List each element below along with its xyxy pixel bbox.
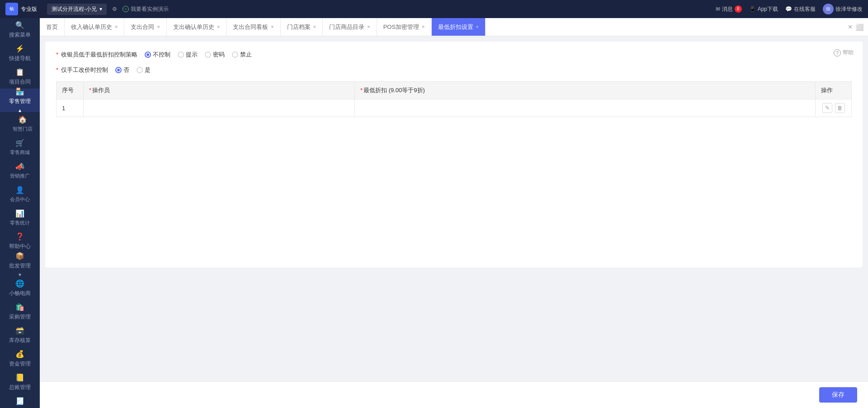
- close-icon[interactable]: ×: [422, 24, 425, 29]
- demo-link[interactable]: ○ 我要看实例演示: [123, 5, 169, 13]
- tab-home[interactable]: 首页: [40, 18, 65, 36]
- sidebar-item-marketing[interactable]: 📣 营销推广: [0, 159, 40, 183]
- close-icon[interactable]: ×: [217, 24, 220, 29]
- close-icon[interactable]: ×: [157, 24, 160, 29]
- tab-min-discount[interactable]: 最低折扣设置 ×: [432, 18, 486, 36]
- edit-icon-btn[interactable]: ✎: [822, 103, 832, 113]
- sidebar-item-label: 智慧门店: [13, 126, 33, 132]
- col-seq: 序号: [57, 82, 84, 99]
- maximize-icon[interactable]: ⬜: [856, 23, 863, 31]
- sidebar-item-retail-mall[interactable]: 🛒 零售商城: [0, 136, 40, 159]
- tab-payment-board[interactable]: 支出合同看板 ×: [226, 18, 280, 36]
- sidebar-item-label: 零售统计: [10, 220, 30, 226]
- sidebar-item-retail-mgmt[interactable]: 🏪 零售管理 ▴: [0, 89, 40, 112]
- stats-icon: 📊: [15, 209, 24, 218]
- sidebar-item-project-contract[interactable]: 📋 项目合同: [0, 65, 40, 89]
- discount-table: 序号 *操作员 *最低折扣 (9.00等于9折) 操作: [56, 81, 852, 117]
- delete-icon-btn[interactable]: 🗑: [835, 103, 845, 113]
- close-icon[interactable]: ×: [476, 24, 479, 29]
- sidebar-item-label: 零售管理: [9, 98, 31, 105]
- radio-no-control[interactable]: 不控制: [145, 51, 170, 59]
- radio-dot-no-control: [145, 52, 151, 58]
- tab-payment-contract[interactable]: 支出合同 ×: [124, 18, 166, 36]
- close-all-icon[interactable]: ×: [848, 23, 852, 31]
- sidebar-item-label: 项目合同: [9, 78, 31, 86]
- tab-payment-history[interactable]: 支出确认单历史 ×: [167, 18, 226, 36]
- sidebar-item-label: 总账管理: [9, 384, 31, 391]
- sidebar-item-label: 会员中心: [10, 196, 30, 203]
- user-profile-btn[interactable]: 徐 徐泽华修改: [823, 4, 863, 14]
- radio-forbid[interactable]: 禁止: [232, 51, 252, 59]
- tab-label: POS加密管理: [383, 23, 419, 31]
- wholesale-icon: 📦: [15, 252, 24, 260]
- close-icon[interactable]: ×: [367, 24, 370, 29]
- sidebar-item-invoice[interactable]: 🧾 发票管理: [0, 394, 40, 408]
- service-icon: 💬: [785, 6, 792, 12]
- sidebar-item-search[interactable]: 🔍 搜索菜单: [0, 18, 40, 42]
- radio-manual-no[interactable]: 否: [115, 66, 129, 74]
- gear-icon: ⚙: [112, 6, 117, 12]
- sidebar-item-wholesale[interactable]: 📦 批发管理 ▾: [0, 253, 40, 277]
- settings-icon-btn[interactable]: ⚙: [112, 6, 117, 12]
- tab-store-goods[interactable]: 门店商品目录 ×: [323, 18, 377, 36]
- min-discount-input[interactable]: [360, 105, 810, 112]
- member-icon: 👤: [15, 186, 24, 194]
- sidebar-item-purchase[interactable]: 🛍️ 采购管理: [0, 300, 40, 324]
- tab-store-archive[interactable]: 门店档案 ×: [281, 18, 323, 36]
- operator-input[interactable]: [89, 105, 349, 112]
- project-selector[interactable]: 测试分开流程-小兄 ▾: [47, 4, 107, 15]
- customer-service-btn[interactable]: 💬 在线客服: [785, 5, 816, 13]
- radio-remind[interactable]: 提示: [178, 51, 198, 59]
- radio-dot-remind: [178, 52, 184, 58]
- cell-operator[interactable]: [84, 99, 355, 117]
- top-bar-right: ✉ 消息 8 📱 App下载 💬 在线客服 徐 徐泽华修改: [716, 4, 863, 14]
- col-operator: *操作员: [84, 82, 355, 99]
- sidebar-item-label: 搜索菜单: [9, 31, 31, 39]
- purchase-icon: 🛍️: [15, 303, 24, 311]
- sidebar-item-finance[interactable]: 💰 资金管理: [0, 347, 40, 370]
- sidebar-item-help-center[interactable]: ❓ 帮助中心: [0, 230, 40, 253]
- tab-label: 支出合同: [131, 23, 154, 31]
- radio-manual-yes[interactable]: 是: [137, 66, 151, 74]
- close-icon[interactable]: ×: [115, 24, 118, 29]
- edit-icon: ✎: [825, 105, 830, 111]
- tab-label: 支出确认单历史: [173, 23, 214, 31]
- sidebar-item-member-center[interactable]: 👤 会员中心: [0, 183, 40, 206]
- help-link[interactable]: ? 帮助: [834, 49, 854, 56]
- finance-icon: 💰: [15, 350, 24, 358]
- logo-text: 专业版: [21, 5, 37, 13]
- demo-circle-icon: ○: [123, 6, 129, 12]
- tab-label: 支出合同看板: [233, 23, 268, 31]
- tab-pos-password[interactable]: POS加密管理 ×: [377, 18, 432, 36]
- save-button[interactable]: 保存: [819, 387, 857, 403]
- discount-control-label: * 收银员低于最低折扣控制策略: [56, 51, 137, 59]
- messages-badge: 8: [735, 5, 742, 13]
- delete-icon: 🗑: [837, 105, 843, 111]
- invoice-icon: 🧾: [15, 397, 24, 405]
- sidebar-item-label: 批发管理: [9, 262, 31, 270]
- sidebar-item-retail-stats[interactable]: 📊 零售统计: [0, 206, 40, 230]
- app-download-btn[interactable]: 📱 App下载: [749, 5, 778, 13]
- radio-password[interactable]: 密码: [205, 51, 225, 59]
- sidebar-item-ecommerce[interactable]: 🌐 小畅电商: [0, 277, 40, 300]
- sidebar-item-smart-store[interactable]: 🏠 智慧门店: [0, 112, 40, 136]
- help-circle-icon: ?: [834, 49, 841, 56]
- demo-link-label: 我要看实例演示: [131, 5, 169, 13]
- messages-btn[interactable]: ✉ 消息 8: [716, 5, 742, 13]
- col-action: 操作: [816, 82, 852, 99]
- close-icon[interactable]: ×: [271, 24, 274, 29]
- project-name: 测试分开流程-小兄: [52, 5, 97, 13]
- sidebar-item-label: 采购管理: [9, 313, 31, 321]
- sidebar-item-label: 库存核算: [9, 337, 31, 344]
- sidebar-item-ledger[interactable]: 📒 总账管理: [0, 370, 40, 394]
- cell-actions: ✎ 🗑: [816, 99, 852, 117]
- cell-min-discount[interactable]: [355, 99, 816, 117]
- messages-label: 消息: [722, 5, 733, 13]
- tab-income-history[interactable]: 收入确认单历史 ×: [65, 18, 124, 36]
- close-icon[interactable]: ×: [313, 24, 316, 29]
- tab-bar: 首页 收入确认单历史 × 支出合同 × 支出确认单历史 × 支出合同看板 × 门…: [40, 18, 868, 36]
- user-name: 徐泽华修改: [835, 5, 863, 13]
- sidebar-item-inventory[interactable]: 🗃️ 库存核算: [0, 324, 40, 347]
- sidebar-item-quick-nav[interactable]: ⚡ 快捷导航: [0, 42, 40, 65]
- content-area: 首页 收入确认单历史 × 支出合同 × 支出确认单历史 × 支出合同看板 × 门…: [40, 18, 868, 408]
